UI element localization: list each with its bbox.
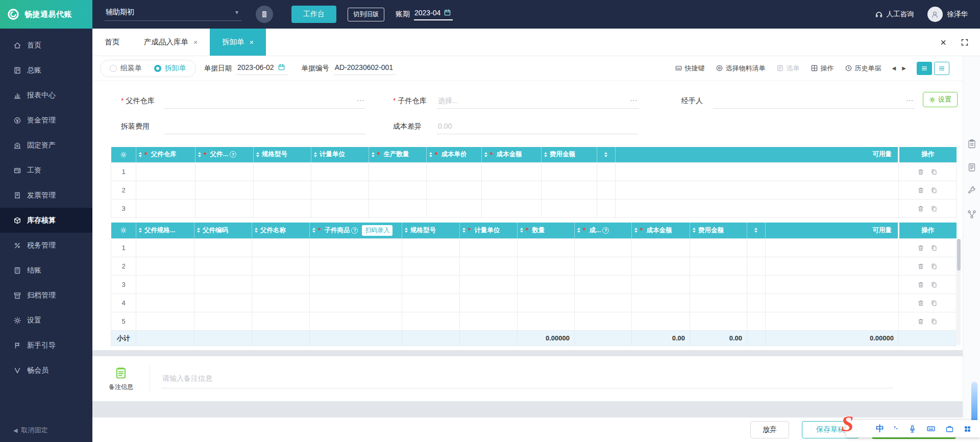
sort-icon[interactable] (693, 228, 696, 233)
workbench-button[interactable]: 工作台 (291, 6, 336, 23)
tab-home[interactable]: 首页 (92, 29, 132, 56)
settings-button[interactable]: 设置 (923, 92, 958, 107)
grid-cell[interactable] (518, 294, 575, 312)
clipboard-panel-icon[interactable] (967, 139, 977, 149)
grid-cell[interactable] (252, 257, 310, 276)
grid-cell[interactable] (136, 181, 195, 199)
sort-icon[interactable] (484, 152, 487, 157)
grid-cell[interactable] (195, 199, 254, 217)
grid-cell[interactable] (402, 312, 460, 331)
ime-language-toggle[interactable]: 中 (876, 424, 884, 434)
radio-assembly-order[interactable]: 组装单 (110, 64, 142, 73)
column-header[interactable]: *父件...? (195, 147, 254, 162)
grid-cell[interactable] (194, 276, 252, 294)
sidebar-item-general-ledger[interactable]: 总账 (0, 58, 92, 83)
grid-cell[interactable] (136, 276, 194, 294)
tab-disassembly-order[interactable]: 拆卸单× (210, 29, 266, 56)
sort-icon[interactable] (198, 152, 201, 157)
sidebar-item-inventory[interactable]: 库存核算 (0, 208, 92, 233)
sort-icon[interactable] (312, 228, 315, 233)
column-header[interactable]: *成本金额 (482, 147, 542, 162)
column-header[interactable] (597, 147, 616, 162)
history-documents-button[interactable]: 历史单据 (845, 64, 881, 73)
grid-cell[interactable] (690, 257, 747, 276)
column-header[interactable]: 规格型号 (402, 223, 460, 239)
grid-cell[interactable] (252, 294, 310, 312)
grid-cell[interactable] (482, 199, 542, 217)
column-header[interactable]: *数量 (518, 223, 575, 239)
delete-row-icon[interactable] (917, 168, 924, 176)
sidebar-item-payroll[interactable]: 工资 (0, 158, 92, 183)
sidebar-item-fixed-assets[interactable]: 固定资产 (0, 133, 92, 158)
detail-view-toggle[interactable] (934, 62, 949, 75)
abandon-button[interactable]: 放弃 (750, 421, 789, 438)
copy-row-icon[interactable] (930, 187, 938, 194)
username[interactable]: 徐泽华 (947, 10, 968, 19)
grid-cell[interactable] (460, 312, 518, 331)
document-no-value[interactable]: AD-20230602-001 (334, 62, 396, 75)
grid-cell[interactable] (427, 181, 482, 199)
sort-icon[interactable] (577, 228, 580, 233)
grid-cell[interactable] (482, 181, 542, 199)
delete-row-icon[interactable] (917, 263, 924, 270)
sort-icon[interactable] (429, 152, 432, 157)
scan-entry-button[interactable]: 扫码录入 (362, 225, 393, 236)
radio-disassembly-order[interactable]: 拆卸单 (154, 64, 186, 73)
column-header[interactable]: 可用量 (616, 147, 899, 162)
column-header[interactable]: 父件名称 (252, 223, 310, 239)
column-header[interactable]: *生产数量 (369, 147, 427, 162)
grid-cell[interactable] (195, 181, 254, 199)
sidebar-item-closing[interactable]: 结账 (0, 258, 92, 283)
sogou-logo-icon[interactable]: S (841, 413, 853, 435)
sort-icon[interactable] (544, 152, 547, 157)
sort-icon[interactable] (634, 228, 638, 233)
column-header[interactable]: *子件商品?扫码录入 (310, 223, 402, 239)
column-header[interactable]: *成本金额 (632, 223, 690, 239)
grid-cell[interactable] (310, 312, 402, 331)
grid-cell[interactable] (402, 294, 460, 312)
app-logo[interactable]: 畅捷通易代账 (0, 0, 92, 29)
delete-row-icon[interactable] (917, 244, 924, 252)
sort-icon[interactable] (520, 228, 523, 233)
grid-cell[interactable] (310, 276, 402, 294)
tab-finished-goods-receipt[interactable]: 产成品入库单× (132, 29, 210, 56)
grid-cell[interactable] (136, 239, 194, 257)
grid-cell[interactable] (632, 239, 690, 257)
copy-row-icon[interactable] (930, 263, 938, 270)
grid-cell[interactable] (310, 239, 402, 257)
grid-cell[interactable] (542, 199, 597, 217)
handler-input[interactable] (713, 93, 915, 108)
toolbox-icon[interactable] (945, 425, 954, 433)
sidebar-item-home[interactable]: 首页 (0, 33, 92, 58)
disassembly-fee-input[interactable] (164, 119, 365, 133)
period-picker[interactable]: 2023-04 (414, 9, 453, 20)
grid-cell[interactable] (460, 276, 518, 294)
grid-cell[interactable] (252, 239, 310, 257)
unpin-sidebar-button[interactable]: ◀ 取消固定 (13, 426, 47, 435)
column-header[interactable]: *计量单位 (460, 223, 518, 239)
sidebar-item-invoices[interactable]: 发票管理 (0, 183, 92, 208)
grid-cell[interactable] (136, 162, 195, 181)
grid-cell[interactable] (311, 162, 369, 181)
grid-cell[interactable] (402, 276, 460, 294)
column-header[interactable]: 可用量 (766, 223, 899, 239)
grid-cell[interactable] (575, 312, 632, 331)
sort-icon[interactable] (197, 228, 200, 233)
grid-cell[interactable] (369, 199, 427, 217)
grid-cell[interactable] (575, 257, 632, 276)
grid-cell[interactable] (194, 312, 252, 331)
grid-cell[interactable] (518, 257, 575, 276)
column-settings-button[interactable] (111, 223, 136, 239)
select-bom-button[interactable]: 选择物料清单 (716, 64, 766, 73)
copy-row-icon[interactable] (930, 244, 938, 252)
workflow-panel-icon[interactable] (967, 209, 977, 219)
grid-cell[interactable] (460, 239, 518, 257)
grid-cell[interactable] (427, 199, 482, 217)
grid-cell[interactable] (252, 312, 310, 331)
column-header[interactable] (747, 223, 766, 239)
sort-icon[interactable] (256, 152, 259, 157)
grid-cell[interactable] (542, 162, 597, 181)
parent-warehouse-input[interactable] (164, 93, 365, 108)
sidebar-item-reports[interactable]: 报表中心 (0, 83, 92, 108)
grid-cell[interactable] (254, 181, 311, 199)
